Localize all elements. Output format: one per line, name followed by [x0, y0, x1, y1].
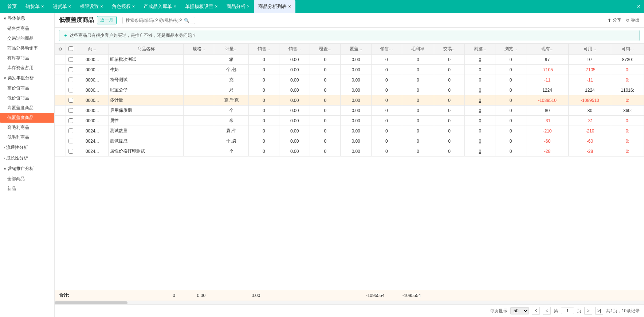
row-sales-x: 0	[371, 146, 402, 156]
nav-goods-analysis-list[interactable]: 商品分析列表 ×	[254, 0, 295, 13]
row-spec	[184, 126, 214, 136]
col-code-header: 商...	[76, 44, 109, 55]
row-settings	[55, 126, 66, 136]
row-check[interactable]	[66, 75, 76, 85]
row-sales-x: 0	[371, 116, 402, 126]
share-btn[interactable]: ⬆ 分享	[608, 17, 621, 23]
row-spec	[184, 65, 214, 75]
search-input[interactable]	[126, 18, 184, 23]
row-browse1[interactable]: 0	[465, 85, 495, 95]
last-page-btn[interactable]: >|	[595, 307, 603, 315]
row-cover1: 0	[310, 95, 341, 106]
row-check[interactable]	[66, 95, 76, 106]
col-check-header[interactable]	[66, 44, 76, 55]
sidebar-item-sales-goods[interactable]: 销售类商品	[0, 24, 54, 33]
row-checkbox[interactable]	[68, 149, 73, 154]
row-check[interactable]	[66, 146, 76, 156]
footer-empty1	[84, 293, 157, 298]
row-checkbox[interactable]	[68, 67, 73, 72]
nav-template[interactable]: 单据模板设置 ×	[181, 0, 222, 13]
window-close-btn[interactable]: ×	[637, 3, 640, 10]
first-page-btn[interactable]: K	[532, 307, 540, 315]
table-footer: 合计: 0 0.00 0.00 -1095554 -1095554	[55, 290, 644, 301]
nav-sales[interactable]: 销货单 ×	[21, 0, 48, 13]
row-code: 0024...	[76, 136, 109, 146]
row-sales-qty: 0	[248, 75, 279, 85]
row-checkbox[interactable]	[68, 88, 73, 92]
row-browse1[interactable]: 0	[465, 55, 495, 65]
sidebar-item-low-coverage[interactable]: 低覆盖度商品	[0, 113, 54, 123]
row-checkbox[interactable]	[68, 108, 73, 113]
sidebar-growth-section[interactable]: › 成长性分析	[0, 153, 54, 163]
row-checkbox[interactable]	[68, 98, 73, 103]
nav-purchase[interactable]: 进货单 ×	[48, 0, 76, 13]
row-browse1[interactable]: 0	[465, 126, 495, 136]
row-browse1[interactable]: 0	[465, 146, 495, 156]
sidebar-item-category-rate[interactable]: 商品分类动销率	[0, 43, 54, 53]
row-check[interactable]	[66, 136, 76, 146]
scrollbar-area[interactable]	[55, 301, 644, 304]
row-code: 0000...	[76, 75, 109, 85]
sidebar-item-low-value[interactable]: 低价值商品	[0, 93, 54, 103]
sidebar-richness-section[interactable]: ∨ 类别丰度分析	[0, 73, 54, 83]
total-info: 共1页，10条记录	[606, 308, 640, 314]
sidebar-item-high-value[interactable]: 高价值商品	[0, 83, 54, 93]
export-btn[interactable]: ↻ 导出	[626, 17, 640, 23]
row-browse1[interactable]: 0	[465, 116, 495, 126]
row-check[interactable]	[66, 65, 76, 75]
table-row: 0000... 多计量 克,千克 0 0.00 0 0.00 0 0 0 0 0…	[55, 95, 644, 106]
row-check[interactable]	[66, 126, 76, 136]
row-checkbox[interactable]	[68, 78, 73, 82]
nav-home[interactable]: 首页	[3, 0, 21, 13]
page-input[interactable]	[561, 308, 574, 314]
row-browse1[interactable]: 0	[465, 136, 495, 146]
sidebar-item-traded-goods[interactable]: 交易过的商品	[0, 33, 54, 43]
nav-role[interactable]: 角色授权 ×	[107, 0, 140, 13]
row-cover2: 0.00	[341, 95, 371, 106]
row-settings	[55, 146, 66, 156]
row-check[interactable]	[66, 55, 76, 65]
row-browse1[interactable]: 0	[465, 75, 495, 85]
sidebar-item-new-goods[interactable]: 新品	[0, 184, 54, 194]
sidebar-item-capital-usage[interactable]: 库存资金占用	[0, 63, 54, 73]
sidebar-item-all-goods[interactable]: 全部商品	[0, 174, 54, 184]
nav-stock-in[interactable]: 产成品入库单 ×	[139, 0, 181, 13]
row-check[interactable]	[66, 106, 76, 116]
table-container[interactable]: ⚙ 商... 商品名称 规格... 计量... 销售... 销售... 覆盖..…	[55, 43, 644, 290]
sidebar-overall-section[interactable]: ∨ 整体信息	[0, 13, 54, 24]
row-cover1: 0	[310, 85, 341, 95]
scrollbar-thumb[interactable]	[55, 301, 127, 304]
search-icon[interactable]: 🔍	[184, 18, 189, 23]
row-browse2: 0	[495, 106, 526, 116]
sidebar-item-in-stock[interactable]: 有库存商品	[0, 53, 54, 63]
row-browse2: 0	[495, 55, 526, 65]
row-browse1[interactable]: 0	[465, 65, 495, 75]
sidebar-item-high-coverage[interactable]: 高覆盖度商品	[0, 103, 54, 113]
select-all-checkbox[interactable]	[68, 46, 73, 51]
next-page-btn[interactable]: >	[584, 307, 592, 315]
row-check[interactable]	[66, 85, 76, 95]
sidebar-item-low-gross[interactable]: 低毛利商品	[0, 132, 54, 142]
flow-arrow-icon: ›	[4, 146, 5, 150]
sidebar-marketing-section[interactable]: ∨ 营销推广分析	[0, 163, 54, 174]
nav-permission[interactable]: 权限设置 ×	[75, 0, 107, 13]
col-settings-header[interactable]: ⚙	[55, 44, 66, 55]
row-name: 多计量	[109, 95, 184, 106]
row-sales-x: 0	[371, 95, 402, 106]
page-size-select[interactable]: 50 10 20 100	[510, 307, 529, 314]
row-checkbox[interactable]	[68, 128, 73, 133]
row-saleable: 0:	[611, 116, 644, 126]
row-browse1[interactable]: 0	[465, 95, 495, 106]
row-browse1[interactable]: 0	[465, 106, 495, 116]
row-checkbox[interactable]	[68, 57, 73, 62]
row-browse2: 0	[495, 116, 526, 126]
prev-page-btn[interactable]: <	[543, 307, 551, 315]
row-checkbox[interactable]	[68, 118, 73, 123]
nav-goods-analysis[interactable]: 商品分析 ×	[222, 0, 254, 13]
row-checkbox[interactable]	[68, 139, 73, 143]
sidebar-flow-section[interactable]: › 流通性分析	[0, 142, 54, 153]
sidebar-item-high-gross[interactable]: 高毛利商品	[0, 123, 54, 132]
time-filter-btn[interactable]: 近一月	[97, 16, 117, 24]
row-name: 眠宝公仔	[109, 85, 184, 95]
row-check[interactable]	[66, 116, 76, 126]
